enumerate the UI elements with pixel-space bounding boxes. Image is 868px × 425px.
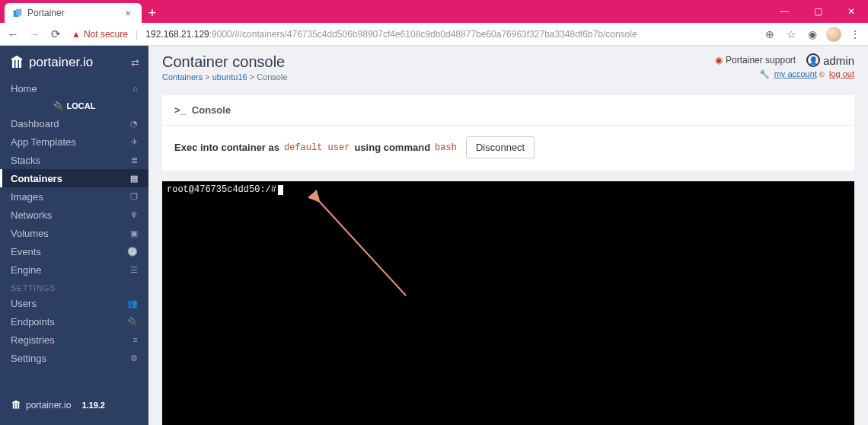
sidebar-footer: portainer.io 1.19.2 bbox=[0, 390, 148, 425]
sidebar-item-label: Volumes bbox=[11, 228, 49, 239]
svg-rect-4 bbox=[16, 60, 18, 68]
tachometer-icon: ◔ bbox=[130, 119, 138, 129]
terminal[interactable]: root@476735c4dd50:/# bbox=[162, 181, 854, 425]
sidebar-item-home[interactable]: Home ⌂ bbox=[0, 79, 148, 97]
zoom-icon[interactable]: ⊕ bbox=[761, 26, 778, 43]
chrome-menu-icon[interactable]: ⋮ bbox=[847, 26, 863, 43]
sidebar-item-label: Dashboard bbox=[11, 118, 59, 129]
sidebar-item-app-templates[interactable]: App Templates✈ bbox=[0, 133, 148, 151]
brand-logo-icon bbox=[11, 399, 21, 411]
tab-strip: Portainer × + bbox=[0, 0, 163, 23]
window-titlebar: Portainer × + — ▢ ✕ bbox=[0, 0, 868, 23]
sidebar-item-stacks[interactable]: Stacks≣ bbox=[0, 151, 148, 169]
sidebar-item-label: Stacks bbox=[11, 155, 40, 166]
app-root: portainer.io ⇄ Home ⌂ 🔌 LOCAL Dashboard◔… bbox=[0, 46, 868, 425]
sidebar-item-label: Settings bbox=[11, 353, 46, 364]
profile-avatar-icon[interactable] bbox=[825, 26, 842, 43]
window-minimize-button[interactable]: — bbox=[767, 0, 801, 23]
svg-marker-6 bbox=[12, 400, 20, 403]
window-controls: — ▢ ✕ bbox=[767, 0, 868, 23]
bookmark-icon[interactable]: ☆ bbox=[783, 26, 799, 43]
exec-text-pre: Exec into container as bbox=[174, 142, 279, 153]
nav-forward-button[interactable]: → bbox=[26, 26, 43, 43]
sidebar-env-label: 🔌 LOCAL bbox=[0, 97, 148, 114]
disconnect-button[interactable]: Disconnect bbox=[466, 136, 535, 158]
plug-icon: 🔌 bbox=[127, 317, 138, 327]
hdd-icon: ▣ bbox=[130, 228, 138, 238]
sidebar-item-endpoints[interactable]: Endpoints🔌 bbox=[0, 312, 148, 331]
sidebar-item-users[interactable]: Users👥 bbox=[0, 294, 148, 312]
support-link[interactable]: ◉ Portainer support bbox=[715, 55, 796, 66]
logout-link[interactable]: log out bbox=[829, 69, 854, 78]
breadcrumb-current: Console bbox=[257, 72, 287, 81]
life-ring-icon: ◉ bbox=[715, 55, 723, 66]
sidebar-item-containers[interactable]: Containers▤ bbox=[0, 169, 148, 187]
sidebar-item-volumes[interactable]: Volumes▣ bbox=[0, 224, 148, 242]
brand[interactable]: portainer.io ⇄ bbox=[0, 46, 148, 79]
console-panel: >_ Console Exec into container as defaul… bbox=[162, 95, 854, 171]
sidebar-item-label: Users bbox=[11, 298, 37, 309]
console-panel-header: >_ Console bbox=[162, 95, 854, 125]
exec-user: default user bbox=[284, 142, 349, 153]
address-bar[interactable]: 192.168.21.129:9000/#/containers/476735c… bbox=[142, 29, 757, 40]
server-icon: ▤ bbox=[130, 174, 138, 184]
nav-refresh-button[interactable]: ⟳ bbox=[47, 26, 64, 43]
sidebar-item-settings[interactable]: Settings⚙ bbox=[0, 349, 148, 367]
sidebar-item-registries[interactable]: Registries≡ bbox=[0, 331, 148, 349]
browser-tab[interactable]: Portainer × bbox=[5, 3, 142, 23]
exec-command: bash bbox=[435, 142, 457, 153]
extension-icon[interactable]: ◉ bbox=[804, 26, 821, 43]
page-header: Container console Containers > ubuntu16 … bbox=[162, 53, 854, 81]
bars-icon: ☰ bbox=[130, 265, 138, 275]
security-badge[interactable]: ▲ Not secure bbox=[69, 29, 131, 40]
svg-rect-9 bbox=[18, 404, 19, 409]
svg-rect-7 bbox=[13, 404, 14, 409]
footer-brand-text: portainer.io bbox=[26, 400, 71, 411]
browser-toolbar: ← → ⟳ ▲ Not secure | 192.168.21.129:9000… bbox=[0, 23, 868, 46]
logout-icon: ⎋ bbox=[819, 69, 825, 78]
clone-icon: ❐ bbox=[130, 192, 138, 202]
sitemap-icon: ♆ bbox=[130, 210, 138, 220]
terminal-icon: >_ bbox=[174, 104, 186, 116]
console-panel-title: Console bbox=[192, 104, 231, 116]
version-text: 1.19.2 bbox=[81, 401, 105, 410]
sidebar-collapse-icon[interactable]: ⇄ bbox=[131, 57, 139, 69]
svg-rect-3 bbox=[12, 60, 14, 68]
sidebar-env-text: LOCAL bbox=[67, 101, 96, 110]
tab-favicon bbox=[12, 8, 23, 18]
terminal-cursor bbox=[278, 185, 283, 195]
sidebar-item-label: Containers bbox=[11, 173, 62, 184]
console-panel-body: Exec into container as default user usin… bbox=[162, 125, 854, 171]
tab-close-icon[interactable]: × bbox=[122, 8, 134, 19]
warning-icon: ▲ bbox=[72, 29, 81, 40]
wrench-icon: 🔧 bbox=[759, 69, 770, 78]
tab-title: Portainer bbox=[27, 8, 65, 18]
new-tab-button[interactable]: + bbox=[142, 3, 163, 23]
rocket-icon: ✈ bbox=[131, 137, 138, 147]
breadcrumb-container-name[interactable]: ubuntu16 bbox=[212, 72, 247, 81]
database-icon: ≡ bbox=[133, 335, 138, 344]
breadcrumb-containers[interactable]: Containers bbox=[162, 72, 203, 81]
clock-icon: 🕘 bbox=[127, 247, 138, 257]
sidebar-item-label: Images bbox=[11, 191, 43, 203]
nav-back-button[interactable]: ← bbox=[5, 26, 21, 43]
address-host: 192.168.21.129 bbox=[145, 29, 209, 40]
sidebar-item-networks[interactable]: Networks♆ bbox=[0, 206, 148, 224]
main-content: Container console Containers > ubuntu16 … bbox=[148, 46, 868, 425]
brand-logo-icon bbox=[9, 54, 24, 71]
annotation-arrow bbox=[307, 189, 429, 311]
sidebar-item-engine[interactable]: Engine☰ bbox=[0, 260, 148, 279]
user-icon: 👤 bbox=[806, 53, 820, 67]
svg-rect-1 bbox=[16, 9, 21, 16]
sidebar-item-events[interactable]: Events🕘 bbox=[0, 242, 148, 260]
svg-rect-8 bbox=[15, 404, 17, 409]
stack-icon: ≣ bbox=[131, 155, 138, 165]
window-maximize-button[interactable]: ▢ bbox=[801, 0, 834, 23]
users-icon: 👥 bbox=[127, 299, 138, 308]
breadcrumb: Containers > ubuntu16 > Console bbox=[162, 72, 715, 81]
window-close-button[interactable]: ✕ bbox=[834, 0, 868, 23]
sidebar-item-images[interactable]: Images❐ bbox=[0, 187, 148, 206]
my-account-link[interactable]: my account bbox=[774, 69, 817, 78]
sidebar-item-label: App Templates bbox=[11, 136, 76, 148]
sidebar-item-dashboard[interactable]: Dashboard◔ bbox=[0, 114, 148, 133]
